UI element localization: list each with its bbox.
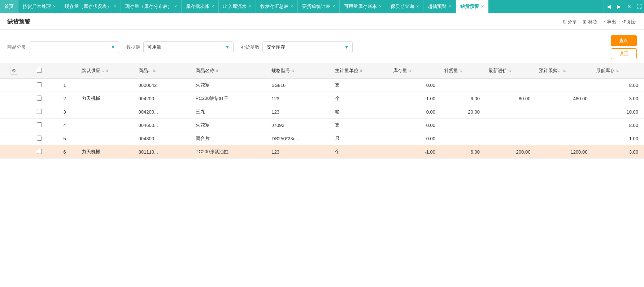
filter-area: 商品分类 ▼ 数据源 可用量 ▼ 补货基数 安全库存 ▼ 查询 设置	[0, 30, 644, 63]
tab-expiry-query[interactable]: 保质期查询 ×	[386, 0, 423, 13]
row-stock: 0.00	[390, 105, 441, 119]
row-checkbox-cell	[28, 119, 51, 132]
close-tab-demand-stat[interactable]: ×	[332, 4, 335, 9]
row-replenish-qty	[441, 132, 486, 145]
row-min-stock: 3.00	[593, 92, 644, 105]
tab-receipt-summary[interactable]: 收发存汇总表 ×	[256, 0, 298, 13]
close-tab-stock-dist[interactable]: ×	[174, 4, 177, 9]
tab-inout-flow[interactable]: 出入库流水 ×	[219, 0, 256, 13]
row-name: 火花塞	[193, 79, 269, 92]
close-tab-expiry-query[interactable]: ×	[416, 4, 419, 9]
table-row: 3 004200... 三九 123 箱 0.00 20.00 10.00	[0, 105, 644, 119]
category-filter-group: 商品分类 ▼	[7, 41, 119, 53]
share-button[interactable]: ⎘ 分享	[563, 19, 577, 25]
th-min-stock: 最低库存 ⇅	[593, 63, 644, 79]
sort-unit[interactable]: 主计量单位 ⇅	[335, 67, 362, 74]
settings-button[interactable]: 设置	[611, 48, 637, 59]
row-supplier	[79, 79, 136, 92]
row-stock: 0.00	[390, 79, 441, 92]
tab-close-all[interactable]: ✕	[624, 0, 634, 13]
replenish-base-label: 补货基数	[241, 44, 260, 50]
replenish-base-filter-group: 补货基数 安全库存 ▼	[241, 41, 353, 53]
row-replenish-qty: 20.00	[441, 105, 486, 119]
sort-code[interactable]: 商品... ⇅	[139, 67, 156, 74]
settings-gear-icon[interactable]: ⚙	[10, 67, 18, 75]
sort-est-purchase[interactable]: 预计采购... ⇅	[539, 67, 566, 74]
row-latest-price: 80.00	[486, 92, 536, 105]
table-header-row: ⚙ 默认供应... ⇅ 商品...	[0, 63, 644, 79]
category-select[interactable]: ▼	[29, 41, 119, 53]
row-min-stock: 8.00	[593, 79, 644, 92]
close-tab-available-ledger[interactable]: ×	[379, 4, 382, 9]
row-checkbox[interactable]	[37, 149, 42, 154]
row-stock: -1.00	[390, 145, 441, 159]
refresh-button[interactable]: ↺ 刷新	[622, 19, 637, 25]
table-row: 4 004600... 火花塞 J7092 支 0.00 8.00	[0, 119, 644, 132]
row-checkbox[interactable]	[37, 136, 42, 141]
tab-stock-status[interactable]: 现存量（库存状况表） ×	[60, 0, 121, 13]
replenish-button[interactable]: ⊞ 补货	[583, 19, 597, 25]
row-settings-cell	[0, 145, 28, 159]
select-all-checkbox[interactable]	[37, 68, 42, 73]
row-settings-cell	[0, 105, 28, 119]
refresh-icon: ↺	[622, 19, 626, 25]
category-label: 商品分类	[7, 44, 26, 50]
row-checkbox[interactable]	[37, 96, 42, 101]
row-replenish-qty: 6.00	[441, 92, 486, 105]
tab-overstock[interactable]: 超储预警 ×	[423, 0, 456, 13]
replenish-base-select[interactable]: 安全库存 ▼	[262, 41, 353, 53]
row-est-purchase	[536, 79, 593, 92]
row-min-stock: 3.00	[593, 145, 644, 159]
row-settings-cell	[0, 79, 28, 92]
close-tab-abnormal[interactable]: ×	[53, 4, 56, 9]
row-spec: 123	[269, 105, 332, 119]
row-name: PC200张紧油缸	[193, 145, 269, 159]
row-checkbox-cell	[28, 105, 51, 119]
sort-replenish-qty[interactable]: 补货量 ⇅	[444, 67, 462, 74]
row-min-stock: 1.00	[593, 132, 644, 145]
sort-code-icon: ⇅	[153, 69, 156, 73]
close-tab-receipt-summary[interactable]: ×	[291, 4, 293, 9]
tab-home[interactable]: 首页	[0, 0, 18, 13]
tab-batch-account[interactable]: 库存批次账 ×	[182, 0, 219, 13]
row-latest-price	[486, 119, 536, 132]
row-replenish-qty: 6.00	[441, 145, 486, 159]
sort-unit-icon: ⇅	[360, 69, 362, 73]
close-tab-inout-flow[interactable]: ×	[249, 4, 251, 9]
row-est-purchase	[536, 132, 593, 145]
row-stock: 0.00	[390, 132, 441, 145]
main-content: 缺货预警 ⎘ 分享 ⊞ 补货 ↑ 导出 ↺ 刷新 商品分类	[0, 13, 644, 287]
row-checkbox[interactable]	[37, 82, 42, 87]
close-tab-stock-status[interactable]: ×	[114, 4, 116, 9]
close-tab-shortage[interactable]: ×	[481, 4, 484, 9]
row-checkbox[interactable]	[37, 109, 42, 114]
export-button[interactable]: ↑ 导出	[603, 19, 617, 25]
close-tab-batch-account[interactable]: ×	[212, 4, 214, 9]
sort-name[interactable]: 商品名称 ⇅	[196, 67, 218, 74]
row-checkbox[interactable]	[37, 122, 42, 127]
sort-supplier[interactable]: 默认供应... ⇅	[82, 67, 108, 74]
tab-available-ledger[interactable]: 可用量库存账本 ×	[340, 0, 386, 13]
tab-scroll-right[interactable]: ▶	[614, 0, 624, 13]
sort-min-stock[interactable]: 最低库存 ⇅	[596, 67, 619, 74]
sort-spec[interactable]: 规格型号 ⇅	[271, 67, 294, 74]
tab-stock-dist[interactable]: 现存量（库存分布表） ×	[121, 0, 182, 13]
row-supplier	[79, 132, 136, 145]
tab-maximize[interactable]: ⛶	[634, 0, 644, 13]
datasource-select[interactable]: 可用量 ▼	[143, 41, 234, 53]
sort-latest-price[interactable]: 最新进价 ⇅	[488, 67, 511, 74]
th-unit: 主计量单位 ⇅	[332, 63, 391, 79]
close-tab-overstock[interactable]: ×	[449, 4, 451, 9]
tab-abnormal[interactable]: 拣货异常处理 ×	[18, 0, 60, 13]
sort-stock[interactable]: 库存量 ⇅	[393, 67, 411, 74]
row-spec: J7092	[269, 119, 332, 132]
tab-shortage[interactable]: 缺货预警 ×	[456, 0, 488, 13]
th-stock: 库存量 ⇅	[390, 63, 441, 79]
row-no: 4	[51, 119, 78, 132]
row-no: 2	[51, 92, 78, 105]
row-est-purchase: 1200.00	[536, 145, 593, 159]
tab-scroll-left[interactable]: ◀	[604, 0, 614, 13]
tab-demand-stat[interactable]: 要货单统计表 ×	[298, 0, 340, 13]
table-row: 1 0000042 火花塞 SS816 支 0.00 8.00	[0, 79, 644, 92]
query-button[interactable]: 查询	[611, 35, 637, 46]
